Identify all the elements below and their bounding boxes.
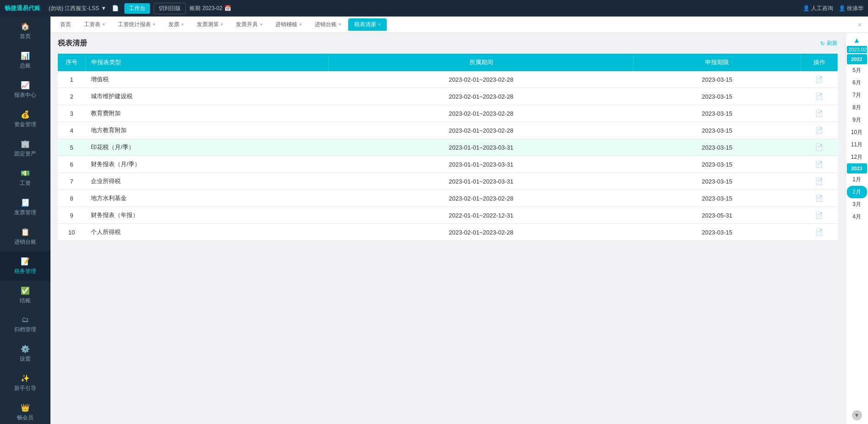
sidebar-item-label: 发票管理	[14, 209, 36, 217]
tab-close-icon[interactable]: ×	[339, 22, 341, 27]
all-close-button[interactable]: ×	[855, 21, 864, 28]
tab-purchase-ledger[interactable]: 进销台账 ×	[309, 18, 347, 31]
fund-icon: 💰	[21, 110, 30, 119]
cell-action: 📄	[801, 190, 838, 207]
tab-salary-report[interactable]: 工资统计报表 ×	[112, 18, 161, 31]
sidebar-item-report[interactable]: 📈 报表中心	[0, 75, 50, 105]
table-row: 4 地方教育附加 2023-02-01~2023-02-28 2023-03-1…	[58, 122, 838, 139]
panel-month-item[interactable]: 8月	[847, 101, 867, 114]
cell-deadline: 2023-03-15	[634, 224, 801, 241]
panel-month-item[interactable]: 12月	[847, 151, 867, 163]
tab-tax-register[interactable]: 税表清册 ×	[348, 18, 387, 31]
panel-month-item[interactable]: 11月	[847, 139, 867, 151]
tab-salary-table[interactable]: 工资表 ×	[78, 18, 111, 31]
tab-invoice-issue[interactable]: 发票开具 ×	[230, 18, 268, 31]
page-content: 税表清册 ↻ 刷新 序号 申报表类型 所属期间 申报期限 操作	[50, 33, 868, 424]
sidebar-item-guide[interactable]: ✨ 新手引导	[0, 368, 50, 398]
page-title: 税表清册	[58, 39, 87, 48]
archive-icon: 🗂	[22, 316, 29, 324]
tab-invoice[interactable]: 发票 ×	[162, 18, 190, 31]
panel-header-year: 2023.02	[847, 46, 867, 53]
tab-close-icon[interactable]: ×	[221, 22, 223, 27]
panel-up-arrow[interactable]: ▲	[852, 35, 862, 46]
sidebar-item-tax[interactable]: 📝 税务管理	[0, 251, 50, 281]
panel-month-item[interactable]: 10月	[847, 126, 867, 139]
panel-collapse-button[interactable]: ▼	[852, 410, 862, 420]
table-row: 8 地方水利基金 2023-02-01~2023-02-28 2023-03-1…	[58, 190, 838, 207]
company-selector[interactable]: (勿动) 江西服宝-LSS ▼	[49, 5, 106, 12]
panel-month-item[interactable]: 3月	[847, 198, 867, 211]
cell-type: 地方水利基金	[85, 190, 329, 207]
cell-period: 2023-02-01~2023-02-28	[329, 88, 634, 105]
cell-deadline: 2023-03-15	[634, 173, 801, 190]
cell-type: 印花税（月/季）	[85, 139, 329, 156]
refresh-button[interactable]: ↻ 刷新	[820, 39, 838, 47]
panel-month-item[interactable]: 2月	[847, 186, 867, 198]
main-layout: 🏠 首页 📊 总账 📈 报表中心 💰 资金管理 🏢 固定资产 💵 工资 🧾 发票…	[0, 17, 868, 424]
workbench-button[interactable]: 工作台	[124, 3, 150, 14]
panel-month-item[interactable]: 5月	[847, 64, 867, 77]
top-bar-right: 👤 人工咨询 👤 徐涤华	[803, 5, 863, 12]
tab-close-icon[interactable]: ×	[102, 22, 105, 27]
period-calendar-icon[interactable]: 📅	[224, 5, 231, 11]
panel-month-item[interactable]: 6月	[847, 77, 867, 89]
sidebar-item-asset[interactable]: 🏢 固定资产	[0, 134, 50, 163]
panel-year-label: 2023	[847, 163, 867, 173]
panel-month-item[interactable]: 1月	[847, 173, 867, 186]
action-icon[interactable]: 📄	[815, 195, 823, 202]
action-icon[interactable]: 📄	[815, 110, 823, 117]
sidebar: 🏠 首页 📊 总账 📈 报表中心 💰 资金管理 🏢 固定资产 💵 工资 🧾 发票…	[0, 17, 50, 424]
cell-period: 2023-02-01~2023-02-28	[329, 190, 634, 207]
switch-old-button[interactable]: 切到旧版	[154, 3, 186, 14]
main-panel: 税表清册 ↻ 刷新 序号 申报表类型 所属期间 申报期限 操作	[50, 33, 845, 424]
tab-invoice-calc[interactable]: 发票测算 ×	[191, 18, 229, 31]
consult-button[interactable]: 👤 人工咨询	[803, 5, 833, 12]
tab-close-icon[interactable]: ×	[153, 22, 156, 27]
col-period: 所属期间	[329, 54, 634, 71]
cell-type: 城市维护建设税	[85, 88, 329, 105]
sidebar-item-ledger[interactable]: 📊 总账	[0, 46, 50, 75]
sidebar-item-member[interactable]: 👑 畅会员	[0, 398, 50, 424]
action-icon[interactable]: 📄	[815, 178, 823, 185]
action-icon[interactable]: 📄	[815, 229, 823, 236]
cell-action: 📄	[801, 122, 838, 139]
user-menu[interactable]: 👤 徐涤华	[839, 5, 863, 12]
sidebar-item-invoice[interactable]: 🧾 发票管理	[0, 193, 50, 222]
tab-close-icon[interactable]: ×	[299, 22, 302, 27]
sidebar-item-checkout[interactable]: ✅ 结账	[0, 281, 50, 310]
cell-seq: 2	[58, 88, 85, 105]
col-deadline: 申报期限	[634, 54, 801, 71]
panel-month-item[interactable]: 9月	[847, 114, 867, 126]
sidebar-item-home[interactable]: 🏠 首页	[0, 17, 50, 46]
sidebar-item-purchase-sales[interactable]: 📋 进销台账	[0, 222, 50, 251]
sidebar-item-label: 设置	[20, 355, 31, 363]
tab-close-icon[interactable]: ×	[378, 22, 381, 27]
cell-period: 2023-02-01~2023-02-28	[329, 71, 634, 88]
table-row: 10 个人所得税 2023-02-01~2023-02-28 2023-03-1…	[58, 224, 838, 241]
action-icon[interactable]: 📄	[815, 212, 823, 219]
action-icon[interactable]: 📄	[815, 144, 823, 151]
sidebar-item-label: 归档管理	[14, 326, 36, 334]
cell-seq: 6	[58, 156, 85, 173]
period-display: 账期 2023-02 📅	[189, 5, 231, 12]
action-icon[interactable]: 📄	[815, 127, 823, 134]
action-icon[interactable]: 📄	[815, 161, 823, 168]
company-dropdown-icon[interactable]: ▼	[101, 5, 106, 11]
ledger-icon: 📊	[21, 51, 30, 60]
panel-month-item[interactable]: 4月	[847, 211, 867, 223]
tab-close-icon[interactable]: ×	[260, 22, 262, 27]
cell-period: 2023-01-01~2023-03-31	[329, 139, 634, 156]
tab-close-icon[interactable]: ×	[181, 22, 184, 27]
tab-purchase-audit[interactable]: 进销稽核 ×	[269, 18, 308, 31]
col-seq: 序号	[58, 54, 85, 71]
action-icon[interactable]: 📄	[815, 93, 823, 100]
sidebar-item-salary[interactable]: 💵 工资	[0, 163, 50, 193]
sidebar-item-settings[interactable]: ⚙️ 设置	[0, 339, 50, 368]
col-action: 操作	[801, 54, 838, 71]
sidebar-item-archive[interactable]: 🗂 归档管理	[0, 310, 50, 339]
action-icon[interactable]: 📄	[815, 76, 823, 83]
tab-home[interactable]: 首页	[54, 18, 77, 31]
cell-type: 地方教育附加	[85, 122, 329, 139]
sidebar-item-fund[interactable]: 💰 资金管理	[0, 105, 50, 134]
panel-month-item[interactable]: 7月	[847, 89, 867, 101]
